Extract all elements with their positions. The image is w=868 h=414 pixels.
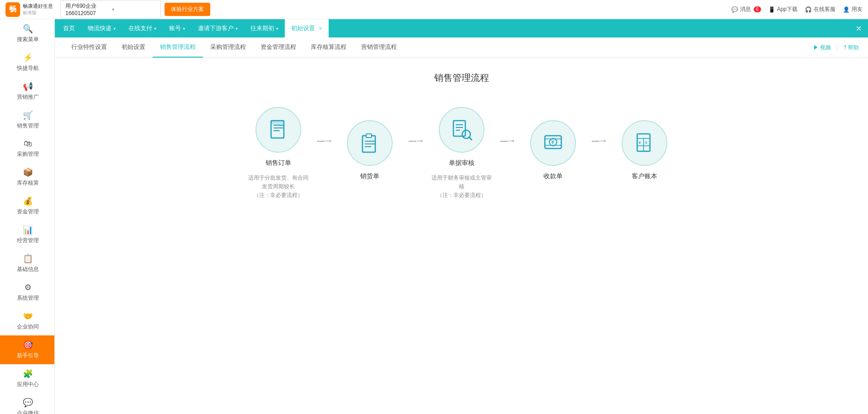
tab-home-label: 首页 — [63, 24, 75, 32]
search-doc-icon — [450, 118, 474, 142]
flow-node-sales-invoice: 销货单 — [333, 120, 406, 187]
sidebar-label-appcenter: 应用中心 — [17, 381, 39, 388]
tab-account[interactable]: 账号 ▾ — [163, 19, 192, 37]
message-icon: 💬 — [731, 6, 738, 13]
app-download-item[interactable]: 📱 App下载 — [768, 5, 798, 13]
subtab-capital-flow[interactable]: 资金管理流程 — [253, 37, 304, 58]
flow-circle-ledger[interactable]: ¥ ¥ — [622, 120, 667, 166]
svg-line-15 — [469, 137, 472, 140]
close-all-icon[interactable]: ✕ — [851, 24, 866, 33]
flow-node-ledger: ¥ ¥ 客户账本 — [608, 120, 681, 187]
content-area: 销售管理流程 销售订单 适用于分批发货、有合同发货周期较长 （注：非必要流程） — [55, 58, 868, 223]
tab-payment-label: 在线支付 — [128, 24, 152, 32]
subtab-init-label: 初始设置 — [122, 43, 145, 50]
main-content: 行业特性设置 初始设置 销售管理流程 采购管理流程 资金管理流程 库存核算流程 … — [55, 37, 868, 414]
chevron-down-icon: ▾ — [235, 26, 238, 31]
operations-icon: 📊 — [23, 225, 33, 235]
app-label: App下载 — [777, 5, 798, 13]
sidebar-item-search[interactable]: 🔍 搜索菜单 — [0, 19, 54, 48]
subtab-sales-flow[interactable]: 销售管理流程 — [153, 37, 203, 58]
sidebar-item-capital[interactable]: 💰 资金管理 — [0, 191, 54, 220]
logo-text: 畅康通好生意 标准版 — [23, 3, 53, 16]
basicinfo-icon: 📋 — [23, 254, 33, 264]
sidebar-item-purchase[interactable]: 🛍 采购管理 — [0, 134, 54, 163]
top-bar-right: 💬 消息 6 📱 App下载 🎧 在线客服 👤 用友 — [731, 5, 863, 13]
sidebar-item-marketing[interactable]: 📢 营销推广 — [0, 77, 54, 106]
subtab-inventory-flow-label: 库存核算流程 — [311, 43, 346, 50]
marketing-icon: 📢 — [23, 81, 33, 91]
wechat-icon: 💬 — [23, 398, 33, 408]
tab-home[interactable]: 首页 — [57, 19, 81, 37]
flow-circle-sales-invoice[interactable] — [347, 120, 393, 166]
flow-node-audit: 单据审核 适用于财务审核或主管审核 （注：非必要流程） — [425, 107, 498, 200]
service-item[interactable]: 🎧 在线客服 — [805, 5, 836, 13]
video-link[interactable]: ▶ 视频 — [813, 44, 831, 52]
tab-logistics[interactable]: 物流快递 ▾ — [81, 19, 122, 37]
quicknav-icon: ⚡ — [23, 53, 33, 63]
money-icon: ¥ — [541, 131, 565, 155]
sidebar-item-appcenter[interactable]: 🧩 应用中心 — [0, 364, 54, 393]
purchase-icon: 🛍 — [24, 139, 32, 149]
help-link[interactable]: ? 帮助 — [843, 44, 859, 52]
sidebar-label-inventory: 库存核算 — [17, 179, 39, 187]
sub-tabs: 行业特性设置 初始设置 销售管理流程 采购管理流程 资金管理流程 库存核算流程 … — [55, 37, 868, 58]
headset-icon: 🎧 — [805, 6, 812, 13]
svg-text:¥: ¥ — [638, 140, 641, 145]
chevron-down-icon: ▾ — [113, 26, 116, 31]
sidebar-item-sales[interactable]: 🛒 销售管理 — [0, 106, 54, 134]
company-name: 用户690企业1660120507 — [65, 2, 109, 16]
tab-account-label: 账号 — [169, 24, 181, 32]
sales-icon: 🛒 — [23, 110, 33, 120]
sidebar-item-inventory[interactable]: 📦 库存核算 — [0, 163, 54, 191]
sidebar-item-quicknav[interactable]: ⚡ 快捷导航 — [0, 48, 54, 77]
tab-invite[interactable]: 邀请下游客户 ▾ — [192, 19, 244, 37]
tab-logistics-label: 物流快递 — [88, 24, 112, 32]
sidebar-item-wechat[interactable]: 💬 企业微信 — [0, 393, 54, 414]
inventory-icon: 📦 — [23, 167, 33, 177]
company-selector[interactable]: 用户690企业1660120507 ▾ — [60, 0, 161, 19]
video-label: 视频 — [820, 44, 831, 51]
chevron-down-icon: ▾ — [276, 26, 278, 31]
divider: | — [836, 44, 838, 51]
nav-tabs: 首页 物流快递 ▾ 在线支付 ▾ 账号 ▾ 邀请下游客户 ▾ 往来期初 ▾ 初始… — [55, 19, 868, 37]
subtab-init[interactable]: 初始设置 — [114, 37, 153, 58]
sub-tabs-right: ▶ 视频 | ? 帮助 — [813, 44, 859, 52]
help-icon: ? — [843, 44, 847, 51]
tab-period[interactable]: 往来期初 ▾ — [244, 19, 285, 37]
message-item[interactable]: 💬 消息 6 — [731, 5, 761, 13]
flow-circle-audit[interactable] — [439, 107, 485, 153]
download-icon: 📱 — [768, 6, 775, 13]
sidebar-item-basicinfo[interactable]: 📋 基础信息 — [0, 249, 54, 278]
trial-button[interactable]: 体验行业方案 — [165, 3, 210, 16]
close-icon[interactable]: ✕ — [319, 26, 322, 31]
message-label: 消息 — [740, 5, 751, 13]
sidebar-item-system[interactable]: ⚙ 系统管理 — [0, 278, 54, 307]
sidebar-item-cooperation[interactable]: 🤝 企业协同 — [0, 307, 54, 335]
tab-payment[interactable]: 在线支付 ▾ — [122, 19, 163, 37]
chevron-down-icon: ▾ — [112, 7, 156, 12]
help-label: 帮助 — [848, 44, 859, 51]
sidebar-label-cooperation: 企业协同 — [17, 323, 39, 331]
subtab-sales-flow-label: 销售管理流程 — [160, 43, 196, 50]
sidebar: 🔍 搜索菜单 ⚡ 快捷导航 📢 营销推广 🛒 销售管理 🛍 采购管理 📦 库存核… — [0, 19, 55, 414]
sidebar-item-newguide[interactable]: 🎯 新手引导 — [0, 335, 54, 364]
cooperation-icon: 🤝 — [23, 311, 33, 321]
flow-label-audit: 单据审核 — [449, 159, 474, 167]
system-icon: ⚙ — [24, 282, 32, 292]
subtab-inventory-flow[interactable]: 库存核算流程 — [304, 37, 354, 58]
flow-circle-receipt[interactable]: ¥ — [530, 120, 576, 166]
svg-text:¥: ¥ — [644, 140, 648, 145]
subtab-purchase-flow-label: 采购管理流程 — [210, 43, 246, 50]
subtab-marketing-flow[interactable]: 营销管理流程 — [354, 37, 404, 58]
ledger-icon: ¥ ¥ — [633, 131, 656, 155]
subtab-industry[interactable]: 行业特性设置 — [64, 37, 114, 58]
sidebar-label-search: 搜索菜单 — [17, 36, 39, 43]
tab-init[interactable]: 初始设置 ✕ — [285, 19, 329, 37]
flow-arrow-2: - - -→ — [408, 135, 423, 147]
subtab-purchase-flow[interactable]: 采购管理流程 — [203, 37, 253, 58]
user-item[interactable]: 👤 用友 — [843, 5, 863, 13]
sidebar-item-operations[interactable]: 📊 经营管理 — [0, 220, 54, 249]
svg-rect-4 — [271, 121, 284, 124]
sidebar-label-wechat: 企业微信 — [17, 409, 39, 414]
flow-circle-sales-order[interactable] — [256, 107, 301, 153]
